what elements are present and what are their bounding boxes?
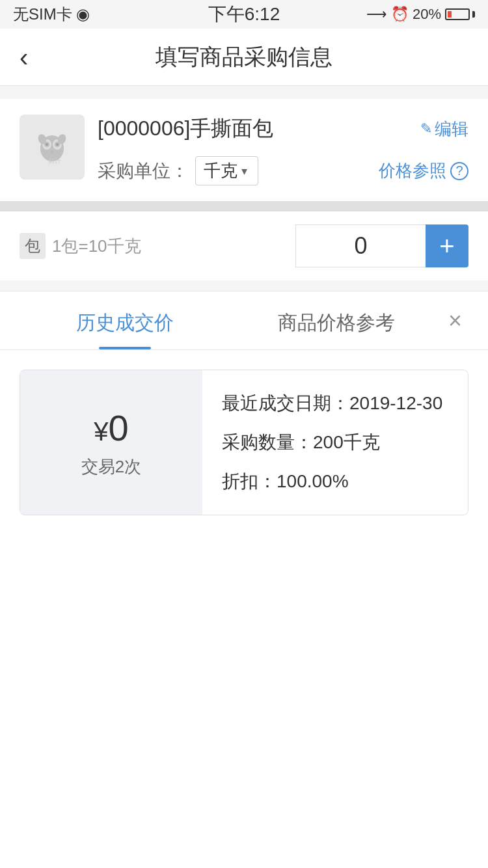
tabs-row: 历史成交价 商品价格参考 × bbox=[0, 292, 488, 350]
edit-icon: ✎ bbox=[420, 120, 432, 137]
price-info-card: ¥0 交易2次 最近成交日期：2019-12-30 采购数量：200千克 折扣：… bbox=[20, 370, 468, 515]
price-trade-count: 交易2次 bbox=[81, 455, 141, 478]
battery-percent: 20% bbox=[413, 6, 441, 23]
product-title: 手撕面包 bbox=[190, 116, 273, 140]
location-icon: ⟶ bbox=[366, 6, 387, 23]
svg-text:鲜计: 鲜计 bbox=[48, 157, 61, 165]
status-carrier: 无SIM卡 ◉ bbox=[13, 4, 90, 25]
product-card: 鲜计 [0000006]手撕面包 ✎ 编辑 采购单位： 千克 ▾ bbox=[0, 99, 488, 201]
svg-point-6 bbox=[56, 143, 59, 146]
owl-icon: 鲜计 bbox=[33, 128, 72, 167]
price-detail-discount-value: 100.00% bbox=[277, 471, 349, 491]
status-bar: 无SIM卡 ◉ 下午6:12 ⟶ ⏰ 20% bbox=[0, 0, 488, 29]
page-rest bbox=[0, 535, 488, 868]
tab-history-price[interactable]: 历史成交价 bbox=[20, 292, 230, 349]
nav-bar: ‹ 填写商品采购信息 bbox=[0, 29, 488, 86]
status-right: ⟶ ⏰ 20% bbox=[366, 6, 475, 23]
price-detail-quantity-label: 采购数量： bbox=[222, 432, 313, 452]
bottom-panel: 历史成交价 商品价格参考 × ¥0 交易2次 最近成交日期：2019-12-30… bbox=[0, 291, 488, 535]
alarm-icon: ⏰ bbox=[391, 6, 409, 23]
price-value: 0 bbox=[109, 407, 129, 448]
unit-select-arrow-icon: ▾ bbox=[241, 164, 247, 178]
product-id: [0000006] bbox=[98, 116, 190, 140]
unit-label: 采购单位： 千克 ▾ bbox=[98, 156, 258, 185]
price-detail-date: 最近成交日期：2019-12-30 bbox=[222, 390, 448, 417]
price-symbol: ¥ bbox=[94, 417, 108, 446]
close-panel-button[interactable]: × bbox=[442, 294, 468, 347]
quantity-input-wrap: 0 + bbox=[295, 224, 468, 267]
product-name: [0000006]手撕面包 bbox=[98, 115, 273, 143]
unit-box: 包 bbox=[20, 233, 46, 259]
unit-conv: 1包=10千克 bbox=[52, 235, 141, 258]
price-detail-quantity-value: 200千克 bbox=[313, 432, 380, 452]
unit-label-text: 采购单位： bbox=[98, 159, 189, 183]
tab-price-ref[interactable]: 商品价格参考 bbox=[230, 292, 441, 349]
product-info: [0000006]手撕面包 ✎ 编辑 采购单位： 千克 ▾ 价格参照 bbox=[98, 115, 468, 185]
price-ref-hint-text: ? bbox=[455, 163, 463, 178]
status-time: 下午6:12 bbox=[208, 2, 280, 27]
price-detail-quantity: 采购数量：200千克 bbox=[222, 429, 448, 456]
price-details: 最近成交日期：2019-12-30 采购数量：200千克 折扣：100.00% bbox=[202, 370, 468, 515]
price-ref-label: 价格参照 bbox=[379, 159, 446, 182]
price-ref-hint-icon: ? bbox=[450, 162, 468, 180]
edit-label: 编辑 bbox=[435, 118, 468, 141]
tab-history-price-label: 历史成交价 bbox=[76, 312, 174, 333]
unit-value: 千克 bbox=[204, 159, 237, 182]
back-button[interactable]: ‹ bbox=[20, 44, 28, 70]
gray-divider bbox=[0, 201, 488, 211]
quantity-plus-button[interactable]: + bbox=[426, 224, 468, 267]
product-title-row: [0000006]手撕面包 ✎ 编辑 bbox=[98, 115, 468, 143]
edit-button[interactable]: ✎ 编辑 bbox=[420, 118, 468, 141]
price-detail-date-value: 2019-12-30 bbox=[349, 393, 442, 413]
product-unit-row: 采购单位： 千克 ▾ 价格参照 ? bbox=[98, 156, 468, 185]
price-info-area: ¥0 交易2次 最近成交日期：2019-12-30 采购数量：200千克 折扣：… bbox=[0, 350, 488, 535]
unit-select[interactable]: 千克 ▾ bbox=[195, 156, 258, 185]
price-summary: ¥0 交易2次 bbox=[20, 370, 202, 515]
quantity-unit-info: 包 1包=10千克 bbox=[20, 233, 141, 259]
price-ref-button[interactable]: 价格参照 ? bbox=[379, 159, 468, 182]
tab-price-ref-label: 商品价格参考 bbox=[278, 312, 395, 333]
battery-icon bbox=[445, 8, 475, 20]
quantity-value: 0 bbox=[354, 232, 367, 260]
price-detail-discount: 折扣：100.00% bbox=[222, 468, 448, 495]
price-amount: ¥0 bbox=[94, 407, 128, 449]
quantity-input[interactable]: 0 bbox=[295, 224, 426, 267]
quantity-row: 包 1包=10千克 0 + bbox=[0, 211, 488, 280]
price-detail-date-label: 最近成交日期： bbox=[222, 393, 349, 413]
product-header: 鲜计 [0000006]手撕面包 ✎ 编辑 采购单位： 千克 ▾ bbox=[20, 115, 468, 185]
carrier-text: 无SIM卡 ◉ bbox=[13, 4, 90, 25]
svg-point-5 bbox=[46, 143, 48, 146]
price-detail-discount-label: 折扣： bbox=[222, 471, 277, 491]
page-title: 填写商品采购信息 bbox=[156, 42, 332, 72]
product-thumbnail: 鲜计 bbox=[20, 115, 85, 180]
